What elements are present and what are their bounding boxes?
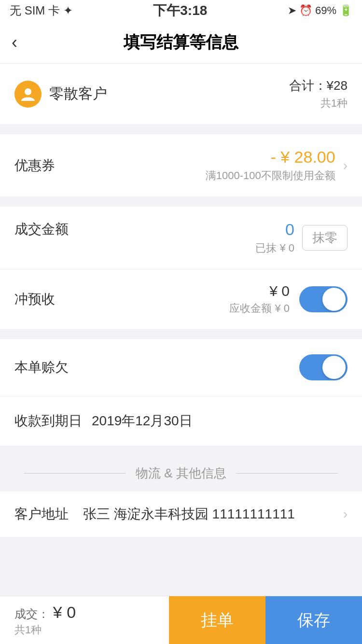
chevron-right-icon: › — [343, 158, 348, 173]
footer-left: 成交： ¥ 0 共1种 — [0, 596, 169, 644]
pending-button[interactable]: 挂单 — [169, 596, 265, 644]
address-row[interactable]: 客户地址 张三 海淀永丰科技园 11111111111 › — [0, 491, 362, 537]
round-button[interactable]: 抹零 — [302, 225, 348, 251]
svg-point-0 — [25, 88, 31, 95]
credit-toggle-knob — [322, 356, 346, 379]
customer-avatar — [14, 81, 42, 108]
credit-toggle[interactable] — [299, 354, 348, 380]
deal-number: 0 — [255, 220, 294, 239]
customer-info-right: 合计：¥28 共1种 — [289, 77, 348, 111]
credit-row: 本单赊欠 — [0, 339, 362, 396]
sim-label: 无 SIM 卡 ✦ — [10, 3, 73, 18]
battery-icon: 🔋 — [339, 4, 352, 17]
deal-amount-label: 成交金额 — [14, 220, 69, 238]
battery-label: 69% — [315, 4, 336, 17]
coupon-discount: - ¥ 28.00 — [206, 148, 335, 167]
due-date-value: 2019年12月30日 — [92, 412, 193, 430]
logistics-header: 物流 & 其他信息 — [0, 455, 362, 491]
prepay-label: 冲预收 — [14, 290, 55, 308]
customer-section: 零散客户 合计：¥28 共1种 — [0, 64, 362, 124]
total-amount: 合计：¥28 — [289, 77, 348, 94]
status-left: 无 SIM 卡 ✦ — [10, 3, 73, 18]
page-title: 填写结算等信息 — [124, 31, 238, 54]
deal-sub: 已抹 ¥ 0 — [255, 241, 294, 255]
alarm-icon: ⏰ — [299, 4, 312, 17]
prepay-sub: 应收金额 ¥ 0 — [229, 301, 290, 316]
credit-section: 本单赊欠 收款到期日 2019年12月30日 — [0, 339, 362, 446]
footer-deal-label: 成交： — [14, 607, 49, 620]
prepay-row: 冲预收 ¥ 0 应收金额 ¥ 0 — [0, 269, 362, 329]
due-date-label: 收款到期日 — [14, 412, 82, 430]
status-time: 下午3:18 — [153, 1, 207, 20]
location-icon: ➤ — [288, 4, 296, 17]
total-count: 共1种 — [289, 96, 348, 111]
deal-value-block: 0 已抹 ¥ 0 — [255, 220, 294, 255]
status-bar: 无 SIM 卡 ✦ 下午3:18 ➤ ⏰ 69% 🔋 — [0, 0, 362, 21]
footer-deal-amount: ¥ 0 — [53, 603, 76, 621]
toggle-knob — [322, 288, 346, 311]
save-button[interactable]: 保存 — [265, 596, 362, 644]
address-value: 张三 海淀永丰科技园 11111111111 — [83, 505, 343, 523]
prepay-main: ¥ 0 — [229, 283, 290, 299]
logistics-title: 物流 & 其他信息 — [136, 465, 226, 482]
footer-deal-row: 成交： ¥ 0 — [14, 603, 154, 622]
nav-bar: ‹ 填写结算等信息 — [0, 21, 362, 64]
coupon-value-block: - ¥ 28.00 满1000-100不限制使用金额 — [206, 148, 335, 183]
customer-row: 零散客户 合计：¥28 共1种 — [0, 64, 362, 124]
coupon-section: 优惠券 - ¥ 28.00 满1000-100不限制使用金额 › — [0, 134, 362, 196]
coupon-right: - ¥ 28.00 满1000-100不限制使用金额 › — [206, 148, 348, 183]
deal-right: 0 已抹 ¥ 0 抹零 — [255, 220, 348, 255]
address-section: 客户地址 张三 海淀永丰科技园 11111111111 › — [0, 491, 362, 537]
footer-count: 共1种 — [14, 623, 154, 637]
address-chevron-icon: › — [343, 506, 348, 522]
coupon-sub: 满1000-100不限制使用金额 — [206, 168, 335, 183]
credit-label: 本单赊欠 — [14, 358, 69, 377]
user-icon — [19, 85, 37, 103]
back-button[interactable]: ‹ — [12, 32, 17, 53]
footer: 成交： ¥ 0 共1种 挂单 保存 — [0, 596, 362, 644]
coupon-row[interactable]: 优惠券 - ¥ 28.00 满1000-100不限制使用金额 › — [0, 134, 362, 196]
deal-section: 成交金额 0 已抹 ¥ 0 抹零 冲预收 ¥ 0 应收金额 ¥ 0 — [0, 206, 362, 329]
deal-amount-row: 成交金额 0 已抹 ¥ 0 抹零 — [0, 206, 362, 269]
prepay-right: ¥ 0 应收金额 ¥ 0 — [229, 283, 348, 316]
customer-info-left: 零散客户 — [14, 81, 107, 108]
due-date-row: 收款到期日 2019年12月30日 — [0, 396, 362, 446]
status-right: ➤ ⏰ 69% 🔋 — [288, 4, 352, 17]
prepay-value-block: ¥ 0 应收金额 ¥ 0 — [229, 283, 290, 316]
address-label: 客户地址 — [14, 505, 69, 523]
coupon-label: 优惠券 — [14, 156, 55, 175]
customer-name: 零散客户 — [49, 84, 107, 104]
prepay-toggle[interactable] — [299, 286, 348, 312]
